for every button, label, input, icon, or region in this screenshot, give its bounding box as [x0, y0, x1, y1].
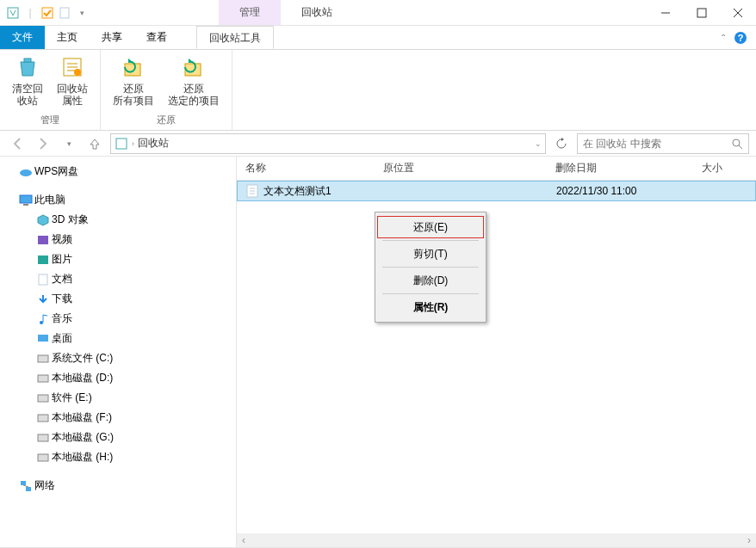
nav-wps[interactable]: WPS网盘	[0, 162, 236, 182]
nav-desktop[interactable]: 桌面	[0, 329, 236, 348]
contextual-tab-header: 管理	[219, 0, 281, 25]
nav-drive-e[interactable]: 软件 (E:)	[0, 388, 236, 408]
svg-rect-16	[185, 64, 201, 76]
search-input[interactable]	[583, 138, 731, 150]
svg-line-19	[739, 145, 742, 149]
menu-restore[interactable]: 还原(E)	[377, 216, 484, 238]
svg-rect-1	[42, 8, 53, 18]
close-button[interactable]	[720, 0, 756, 26]
drive-icon	[34, 431, 52, 445]
svg-rect-25	[39, 274, 47, 285]
svg-rect-32	[38, 434, 48, 441]
scroll-right-icon[interactable]: ›	[742, 534, 756, 546]
empty-recycle-bin-button[interactable]: 清空回 收站	[9, 53, 46, 107]
search-box[interactable]	[577, 133, 749, 154]
drive-icon	[34, 372, 52, 385]
file-row[interactable]: 文本文档测试1 2022/11/30 11:00	[237, 181, 756, 201]
tab-share[interactable]: 共享	[90, 26, 134, 49]
nav-drive-f[interactable]: 本地磁盘 (F:)	[0, 408, 236, 428]
svg-rect-28	[38, 355, 48, 362]
scroll-left-icon[interactable]: ‹	[237, 534, 251, 546]
nav-this-pc[interactable]: 此电脑	[0, 190, 236, 210]
window-title: 回收站	[281, 0, 353, 25]
menu-delete[interactable]: 删除(D)	[377, 269, 484, 292]
svg-point-20	[20, 169, 32, 176]
maximize-button[interactable]	[684, 0, 720, 26]
recent-locations-button[interactable]: ▾	[59, 133, 79, 154]
breadcrumb[interactable]: 回收站	[138, 136, 169, 151]
search-icon[interactable]	[731, 138, 743, 150]
restore-all-button[interactable]: 还原 所有项目	[109, 53, 158, 107]
minimize-button[interactable]	[648, 0, 684, 26]
horizontal-scrollbar[interactable]: ‹ ›	[237, 533, 756, 547]
tab-recycle-bin-tools[interactable]: 回收站工具	[196, 26, 274, 49]
tabbar: 文件 主页 共享 查看 回收站工具 ⌃ ?	[0, 26, 756, 50]
tab-home[interactable]: 主页	[45, 26, 90, 49]
qat-checkbox-icon[interactable]	[40, 5, 55, 21]
empty-bin-icon	[14, 53, 41, 81]
restore-selected-button[interactable]: 还原 选定的项目	[164, 53, 223, 107]
tab-file[interactable]: 文件	[0, 26, 45, 49]
navigation-pane: WPS网盘 此电脑 3D 对象 视频 图片 文档 下载	[0, 157, 237, 547]
svg-text:?: ?	[738, 33, 744, 43]
desktop-icon	[34, 332, 52, 346]
svg-rect-17	[116, 139, 127, 149]
back-button[interactable]	[7, 133, 28, 154]
recycle-bin-crumb-icon	[115, 137, 128, 151]
network-icon	[17, 479, 34, 493]
help-icon[interactable]: ?	[734, 31, 747, 45]
svg-rect-31	[38, 415, 48, 422]
pictures-icon	[34, 253, 52, 267]
forward-button[interactable]	[33, 133, 53, 154]
nav-documents[interactable]: 文档	[0, 269, 236, 289]
svg-rect-33	[38, 454, 48, 461]
svg-rect-0	[8, 8, 18, 18]
svg-rect-24	[38, 256, 48, 264]
qat-document-icon[interactable]	[57, 5, 72, 21]
restore-all-icon	[120, 53, 147, 81]
qat-dropdown-icon[interactable]: ▾	[74, 5, 90, 21]
titlebar: | ▾ 管理 回收站	[0, 0, 756, 26]
file-delete-date: 2022/11/30 11:00	[548, 185, 694, 197]
ribbon-group-label-restore: 还原	[109, 112, 223, 128]
menu-cut[interactable]: 剪切(T)	[377, 243, 484, 265]
svg-point-26	[40, 321, 43, 324]
svg-rect-9	[24, 58, 31, 62]
videos-icon	[34, 233, 52, 247]
up-button[interactable]	[84, 133, 105, 154]
nav-music[interactable]: 音乐	[0, 309, 236, 329]
nav-downloads[interactable]: 下载	[0, 289, 236, 309]
nav-drive-g[interactable]: 本地磁盘 (G:)	[0, 428, 236, 447]
address-dropdown-icon[interactable]: ⌄	[535, 139, 542, 148]
address-path[interactable]: › 回收站 ⌄	[110, 133, 546, 154]
nav-drive-h[interactable]: 本地磁盘 (H:)	[0, 447, 236, 467]
properties-icon	[59, 53, 86, 81]
tab-view[interactable]: 查看	[134, 26, 179, 49]
collapse-ribbon-icon[interactable]: ⌃	[720, 33, 727, 42]
nav-network[interactable]: 网络	[0, 476, 236, 496]
3d-objects-icon	[34, 213, 52, 227]
col-name[interactable]: 名称	[237, 161, 375, 175]
col-original-location[interactable]: 原位置	[375, 161, 547, 175]
svg-rect-34	[21, 481, 26, 485]
svg-rect-4	[697, 9, 706, 17]
drive-icon	[34, 411, 52, 425]
nav-videos[interactable]: 视频	[0, 230, 236, 249]
col-size[interactable]: 大小	[693, 161, 745, 175]
downloads-icon	[34, 292, 52, 306]
nav-3d-objects[interactable]: 3D 对象	[0, 210, 236, 230]
menu-properties[interactable]: 属性(R)	[377, 296, 484, 318]
nav-pictures[interactable]: 图片	[0, 249, 236, 269]
refresh-button[interactable]	[551, 133, 572, 154]
address-bar: ▾ › 回收站 ⌄	[0, 131, 756, 157]
col-delete-date[interactable]: 删除日期	[547, 161, 693, 175]
recycle-bin-properties-button[interactable]: 回收站 属性	[53, 53, 91, 107]
text-file-icon	[246, 184, 258, 198]
wps-cloud-icon	[17, 165, 34, 179]
nav-drive-c[interactable]: 系统文件 (C:)	[0, 348, 236, 368]
drive-icon	[34, 352, 52, 366]
svg-point-18	[733, 139, 740, 146]
nav-drive-d[interactable]: 本地磁盘 (D:)	[0, 368, 236, 388]
svg-rect-29	[38, 375, 48, 382]
qat-separator: |	[22, 5, 38, 21]
